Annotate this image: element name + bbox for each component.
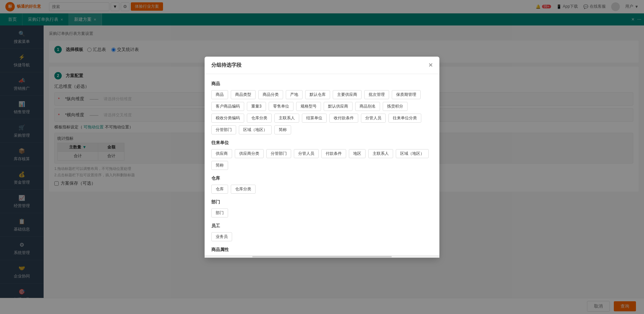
- field-tag-settlement[interactable]: 结算单位: [302, 114, 327, 123]
- field-tag-partner-region[interactable]: 区域（地区）: [396, 149, 429, 158]
- field-tag-supplier-category[interactable]: 供应商分类: [235, 149, 264, 158]
- field-tag-abbr[interactable]: 简称: [274, 125, 291, 134]
- section-title-dept: 部门: [211, 199, 433, 205]
- field-tag-goods-category[interactable]: 商品分类: [258, 90, 283, 99]
- field-tag-goods-type[interactable]: 商品类型: [231, 90, 256, 99]
- field-tag-wh-category[interactable]: 仓库分类: [231, 185, 256, 194]
- modal-close-btn[interactable]: ✕: [428, 62, 433, 68]
- field-tag-default-supplier[interactable]: 默认供应商: [324, 102, 353, 111]
- field-tag-expiry[interactable]: 保质期管理: [392, 90, 421, 99]
- field-tag-spec[interactable]: 规格型号: [296, 102, 321, 111]
- field-tag-salesperson[interactable]: 业务员: [211, 232, 232, 241]
- field-tags-dept: 部门: [211, 208, 433, 217]
- field-tags-goods: 商品 商品类型 商品分类 产地 默认仓库 主要供应商 批次管理 保质期管理 客户…: [211, 90, 433, 134]
- field-tag-weight[interactable]: 重量3: [247, 102, 266, 111]
- field-tag-partner-dept[interactable]: 分管部门: [266, 149, 291, 158]
- field-selection-modal: 分组待选字段 ✕ 商品 商品 商品类型 商品分类 产地 默认仓库 主要供应商 批…: [205, 57, 439, 258]
- field-tag-main-supplier[interactable]: 主要供应商: [333, 90, 362, 99]
- modal-header: 分组待选字段 ✕: [205, 57, 439, 74]
- field-tag-supplier[interactable]: 供应商: [211, 149, 232, 158]
- section-title-partner: 往来单位: [211, 140, 433, 146]
- section-title-product-attr: 商品属性: [211, 247, 433, 253]
- field-tag-goods-alias[interactable]: 商品别名: [355, 102, 380, 111]
- field-tag-partner-abbr[interactable]: 简称: [211, 161, 228, 170]
- section-title-goods: 商品: [211, 81, 433, 87]
- field-tags-employee: 业务员: [211, 232, 433, 241]
- field-tag-region[interactable]: 区域（地区）: [239, 125, 272, 134]
- field-tag-department[interactable]: 部门: [211, 208, 228, 217]
- field-tags-warehouse: 仓库 仓库分类: [211, 185, 433, 194]
- modal-hscrollbar[interactable]: [205, 255, 439, 258]
- field-tag-origin[interactable]: 产地: [286, 90, 303, 99]
- field-tag-batch[interactable]: 批次管理: [364, 90, 389, 99]
- section-title-warehouse: 仓库: [211, 175, 433, 181]
- modal-overlay: 分组待选字段 ✕ 商品 商品 商品类型 商品分类 产地 默认仓库 主要供应商 批…: [0, 0, 644, 314]
- field-tag-manager[interactable]: 分管人员: [361, 114, 386, 123]
- field-tag-main-contact[interactable]: 主联系人: [274, 114, 299, 123]
- field-tag-warehouse-category[interactable]: 仓库分类: [247, 114, 272, 123]
- field-tag-warehouse[interactable]: 仓库: [211, 185, 228, 194]
- field-tag-pick-points[interactable]: 拣货积分: [383, 102, 408, 111]
- field-tag-partner-contact[interactable]: 主联系人: [368, 149, 393, 158]
- modal-title: 分组待选字段: [211, 62, 241, 68]
- field-tags-partner: 供应商 供应商分类 分管部门 分管人员 付款条件 地区 主联系人 区域（地区） …: [211, 149, 433, 170]
- field-tag-partner-category[interactable]: 往来单位分类: [388, 114, 421, 123]
- field-tag-customer-code[interactable]: 客户商品编码: [211, 102, 244, 111]
- modal-body[interactable]: 商品 商品 商品类型 商品分类 产地 默认仓库 主要供应商 批次管理 保质期管理…: [205, 74, 439, 255]
- field-tag-default-warehouse[interactable]: 默认仓库: [305, 90, 330, 99]
- field-tag-payment-terms[interactable]: 收付款条件: [329, 114, 358, 123]
- field-tag-partner-manager[interactable]: 分管人员: [294, 149, 319, 158]
- field-tag-tax-code[interactable]: 税收分类编码: [211, 114, 244, 123]
- field-tag-pay-terms[interactable]: 付款条件: [321, 149, 346, 158]
- hscrollbar-thumb: [252, 256, 391, 257]
- field-tag-dept[interactable]: 分管部门: [211, 125, 236, 134]
- field-tag-area[interactable]: 地区: [349, 149, 366, 158]
- field-tag-retail-unit[interactable]: 零售单位: [269, 102, 293, 111]
- field-tag-goods[interactable]: 商品: [211, 90, 228, 99]
- section-title-employee: 员工: [211, 223, 433, 229]
